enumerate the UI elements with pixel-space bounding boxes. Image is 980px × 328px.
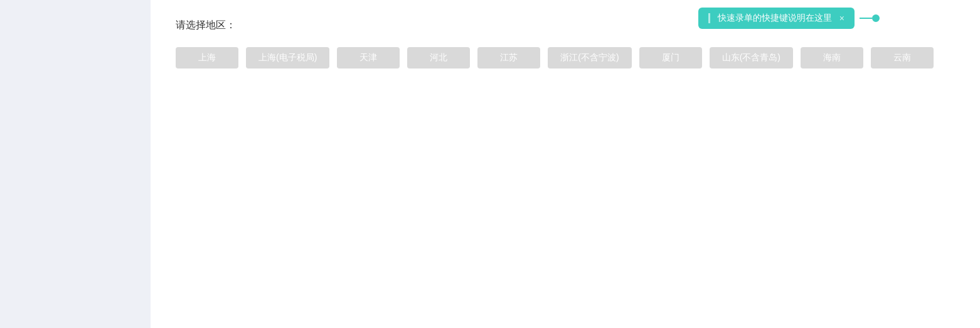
tooltip-bubble: 快速录单的快捷键说明在这里 × [698, 8, 855, 29]
tooltip-dot [872, 14, 880, 22]
region-button-0[interactable]: 上海 [176, 47, 238, 68]
region-button-8[interactable]: 海南 [801, 47, 863, 68]
main-content: 请选择地区： 上海上海(电子税局)天津河北江苏浙江(不含宁波)厦门山东(不含青岛… [151, 0, 980, 328]
region-button-1[interactable]: 上海(电子税局) [246, 47, 329, 68]
tooltip-text: 快速录单的快捷键说明在这里 [718, 13, 832, 24]
region-button-3[interactable]: 河北 [407, 47, 470, 68]
region-button-2[interactable]: 天津 [337, 47, 400, 68]
region-button-5[interactable]: 浙江(不含宁波) [548, 47, 631, 68]
tooltip-divider-icon [708, 13, 710, 23]
tooltip-line [860, 18, 872, 19]
tooltip-connector [860, 14, 880, 22]
region-button-9[interactable]: 云南 [871, 47, 934, 68]
tooltip-close-button[interactable]: × [839, 13, 844, 23]
region-buttons: 上海上海(电子税局)天津河北江苏浙江(不含宁波)厦门山东(不含青岛)海南云南 [176, 47, 955, 68]
region-button-6[interactable]: 厦门 [639, 47, 702, 68]
sidebar [0, 0, 151, 328]
region-button-4[interactable]: 江苏 [477, 47, 540, 68]
region-button-7[interactable]: 山东(不含青岛) [710, 47, 793, 68]
tooltip-container: 快速录单的快捷键说明在这里 × [698, 8, 880, 29]
